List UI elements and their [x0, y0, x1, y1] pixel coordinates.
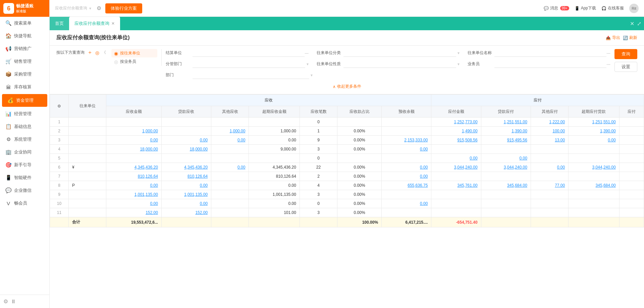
tab-expand-icon[interactable]: ⤢ [637, 20, 641, 27]
table-cell-link[interactable]: 0.00 [420, 174, 428, 179]
sidebar-item-enterprise[interactable]: 🏢企业协同 [0, 146, 49, 159]
tab-close-icon[interactable]: ✕ [111, 21, 115, 26]
table-cell-link[interactable]: 3,044,240.00 [454, 165, 478, 170]
table-cell-link[interactable]: 0.00 [150, 183, 158, 188]
footer-collapse-icon[interactable]: ⏸ [11, 299, 16, 305]
dept-input[interactable] [193, 60, 305, 68]
sidebar-item-purchase[interactable]: 📦采购管理 [0, 68, 49, 81]
online-service-button[interactable]: 🎧 在线客服 [601, 5, 624, 11]
scheme-item-partner[interactable]: ◉ 按往来单位 [111, 49, 157, 57]
sidebar-item-hardware[interactable]: 📱智能硬件 [0, 171, 49, 184]
table-cell-link[interactable]: 1,000.00 [142, 129, 158, 133]
table-cell-link[interactable]: 1,222.00 [549, 120, 565, 124]
table-cell-link[interactable]: 100.00 [553, 129, 565, 133]
app-download-button[interactable]: 📱 App下载 [575, 5, 596, 11]
table-cell-link[interactable]: 0.00 [200, 183, 208, 188]
sidebar-item-wechat[interactable]: 💬企业微信 [0, 184, 49, 197]
section-input[interactable] [193, 71, 309, 79]
sidebar-item-member[interactable]: V畅会员 [0, 197, 49, 210]
table-cell-link[interactable]: 915,508.56 [458, 138, 478, 142]
table-cell-link[interactable]: 2,153,333.00 [404, 138, 428, 142]
table-cell-link[interactable]: 1,000.00 [230, 129, 246, 133]
table-cell-link[interactable]: 1,390.00 [512, 129, 527, 133]
footer-gear-icon[interactable]: ⚙ [3, 298, 8, 305]
sidebar-item-finance[interactable]: 💰资金管理 [2, 94, 47, 107]
partner-category-input[interactable] [343, 49, 456, 57]
settings-button[interactable]: 设置 [614, 62, 637, 72]
table-cell-link[interactable]: 152.00 [195, 210, 208, 215]
table-cell-link[interactable]: 810,126.64 [138, 174, 158, 179]
table-cell-link[interactable]: 1,251,551.00 [504, 120, 527, 124]
section-arrow-icon[interactable]: ▾ [311, 73, 313, 78]
table-cell-link[interactable]: 4,345,436.20 [184, 165, 208, 170]
sidebar-item-quick-nav[interactable]: 🏠快捷导航 [0, 30, 49, 42]
table-cell-link[interactable]: 810,126.64 [187, 174, 208, 179]
table-cell-link[interactable]: 0.00 [237, 138, 245, 142]
table-cell-link[interactable]: 0.00 [237, 165, 245, 170]
scheme-item-salesman[interactable]: ◎ 按业务员 [111, 57, 157, 66]
partner-name-input[interactable] [494, 49, 606, 57]
table-cell-link[interactable]: 0.00 [557, 165, 565, 170]
table-cell-link[interactable]: 345,684.00 [596, 183, 616, 188]
table-cell-link[interactable]: 0.00 [420, 201, 428, 206]
tab-close-all-icon[interactable]: ✕ [630, 20, 634, 27]
table-cell-link[interactable]: 77.00 [555, 183, 565, 188]
dept-arrow-icon[interactable]: ▾ [307, 62, 309, 67]
refresh-button[interactable]: 🔄 刷新 [623, 35, 637, 41]
table-cell-link[interactable]: 3,044,240.00 [592, 165, 616, 170]
query-button[interactable]: 查询 [614, 49, 637, 59]
collapse-more-button[interactable]: ∧ 收起更多条件 [333, 84, 361, 89]
table-cell-link[interactable]: 915,495.56 [507, 138, 527, 142]
table-cell-link[interactable]: 1,001,135.00 [184, 192, 208, 197]
partner-name-dots-icon[interactable]: ··· [606, 50, 610, 56]
table-cell-link[interactable]: 1,390.00 [600, 129, 616, 133]
tab-query[interactable]: 应收应付余额查询 ✕ [69, 17, 120, 30]
sidebar-item-operation[interactable]: 📊经营管理 [0, 107, 49, 120]
table-cell-link[interactable]: 655,636.75 [408, 183, 428, 188]
user-info[interactable]: Rit [629, 4, 639, 13]
scheme-settings-icon[interactable]: ◎ [95, 50, 99, 55]
table-cell-link[interactable]: 0.00 [150, 201, 158, 206]
topbar-gear-icon[interactable]: ⚙ [97, 5, 101, 11]
scheme-add-icon[interactable]: ＋ [87, 49, 93, 56]
sidebar-item-inventory[interactable]: 🏛库存核算 [0, 81, 49, 93]
table-cell-link[interactable]: 345,684.00 [507, 183, 527, 188]
salesman-input[interactable] [494, 60, 606, 68]
table-cell-link[interactable]: 0.00 [608, 138, 615, 142]
scheme-collapse-icon[interactable]: 《 [102, 50, 106, 55]
export-button[interactable]: 📤 导出 [606, 35, 620, 41]
table-cell-link[interactable]: 152.00 [146, 210, 158, 215]
settlement-input[interactable] [193, 49, 305, 57]
sidebar-item-sales[interactable]: 🛒销售管理 [0, 55, 49, 68]
message-button[interactable]: 💬 消息 99+ [544, 5, 569, 11]
sidebar-item-search[interactable]: 🔍搜索菜单 [0, 17, 49, 30]
settlement-dots-icon[interactable]: ··· [305, 50, 309, 56]
partner-nature-input[interactable] [343, 60, 456, 68]
table-cell-link[interactable]: 0.00 [150, 138, 158, 142]
partner-category-arrow-icon[interactable]: ▾ [458, 51, 460, 55]
table-cell-link[interactable]: 3,044,240.00 [504, 165, 527, 170]
sidebar-item-marketing[interactable]: 📢营销推广 [0, 42, 49, 55]
sidebar-item-system[interactable]: ⚙系统管理 [0, 133, 49, 146]
table-cell-link[interactable]: 0.00 [420, 147, 428, 151]
table-cell-link[interactable]: 0.00 [200, 201, 208, 206]
table-cell-link[interactable]: 0.00 [520, 156, 527, 161]
table-cell-link[interactable]: 13.00 [555, 138, 565, 142]
sidebar-item-basic[interactable]: 📋基础信息 [0, 120, 49, 133]
table-cell-link[interactable]: 1,001,135.00 [135, 192, 158, 197]
table-cell-link[interactable]: 0.00 [200, 138, 208, 142]
partner-nature-arrow-icon[interactable]: ▾ [458, 62, 460, 67]
solution-button[interactable]: 体验行业方案 [105, 3, 142, 13]
salesman-dots-icon[interactable]: ··· [606, 61, 610, 67]
table-cell-link[interactable]: 1,252,773.00 [454, 120, 478, 124]
table-cell-link[interactable]: 1,251,551.00 [592, 120, 616, 124]
table-cell-link[interactable]: 4,345,436.20 [135, 165, 158, 170]
table-cell-link[interactable]: 0.00 [420, 165, 428, 170]
table-cell-link[interactable]: 345,761.00 [458, 183, 478, 188]
tab-home[interactable]: 首页 [50, 17, 69, 30]
table-cell-link[interactable]: 0.00 [470, 156, 477, 161]
sidebar-item-guide[interactable]: 🎯新手引导 [0, 159, 49, 171]
th-settings[interactable]: ⚙ [50, 95, 69, 118]
table-cell-link[interactable]: 1,490.00 [462, 129, 478, 133]
table-cell-link[interactable]: 18,000.00 [190, 147, 208, 151]
